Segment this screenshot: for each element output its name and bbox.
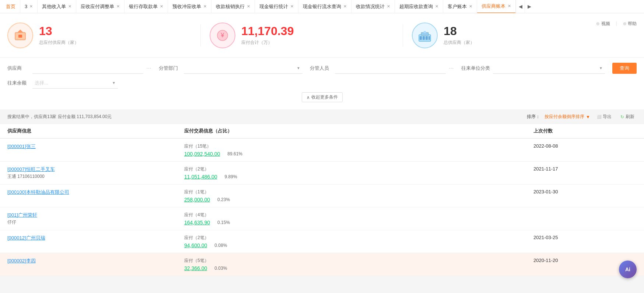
- balance-select[interactable]: 选择... ▼: [32, 77, 118, 89]
- tx-amount-4[interactable]: 164,635.90: [184, 220, 210, 225]
- supplier-label: 供应商: [7, 65, 29, 72]
- header-actions: ⊙ 视频 | ⊙ 帮助: [596, 19, 637, 27]
- supplier-link-5[interactable]: [000012]广州贝瑞: [7, 235, 184, 241]
- table-row: [000002]李四 应付（5笔） 32,366.00 0.03% 2020-1…: [0, 253, 644, 276]
- video-link[interactable]: ⊙ 视频: [596, 21, 610, 27]
- nav-home[interactable]: 首页: [1, 0, 20, 13]
- lastpay-cell-5: 2021-03-25: [533, 235, 637, 240]
- supplier-link-1[interactable]: [000001]张三: [7, 143, 184, 150]
- tab12-close[interactable]: ✕: [508, 4, 511, 8]
- table-row: [001]广州荣轩 仔仔 应付（4笔） 164,635.90 0.15%: [0, 207, 644, 230]
- tx-cell-3: 应付（1笔） 258,000.00 0.23%: [184, 189, 533, 203]
- svg-rect-6: [420, 36, 422, 40]
- balance-arrow-icon: ▼: [112, 81, 116, 85]
- nav-tab-collection[interactable]: 收款核销执行 ✕: [211, 0, 255, 13]
- nav-tab-1[interactable]: 3 ✕: [20, 0, 38, 13]
- tab7-close[interactable]: ✕: [290, 4, 294, 9]
- tab4-close[interactable]: ✕: [160, 4, 163, 9]
- nav-tab-bank[interactable]: 银行存取款单 ✕: [125, 0, 168, 13]
- tab12-label: 供应商账本: [482, 3, 505, 10]
- tab2-close[interactable]: ✕: [68, 4, 71, 9]
- tx-amount-5[interactable]: 94,600.00: [184, 242, 207, 248]
- supplier-link-3[interactable]: [000100]本特勒油品有限公司: [7, 189, 184, 196]
- supplier-link-6[interactable]: [000002]李四: [7, 258, 184, 264]
- collapse-area: ∧ 收起更多条件: [7, 92, 637, 102]
- person-dots[interactable]: ···: [449, 65, 454, 72]
- tx-cell-1: 应付（15笔） 100,092,540.00 89.61%: [184, 143, 533, 157]
- balance-placeholder: 选择...: [35, 80, 48, 86]
- collapse-label: 收起更多条件: [311, 94, 338, 100]
- refresh-button[interactable]: 刷新: [618, 113, 637, 121]
- tx-label-6: 应付（5笔）: [184, 258, 533, 264]
- col-supplier-header: 供应商信息: [7, 128, 184, 134]
- stat-text-2: 11,170.39 应付合计（万）: [241, 25, 294, 45]
- stat-icon-1: [7, 23, 33, 48]
- tx-row-3: 258,000.00 0.23%: [184, 197, 533, 203]
- tab10-label: 超期应收款查询: [399, 3, 433, 10]
- svg-rect-8: [426, 36, 428, 40]
- tx-label-3: 应付（1笔）: [184, 189, 533, 195]
- tx-amount-1[interactable]: 100,092,540.00: [184, 151, 220, 157]
- svg-rect-7: [423, 36, 425, 40]
- svg-marker-1: [17, 30, 23, 32]
- person-input[interactable]: [335, 63, 446, 74]
- sort-select[interactable]: 按应付余额倒序排序 ▼: [545, 114, 590, 120]
- tab10-close[interactable]: ✕: [435, 4, 438, 9]
- tab5-label: 预收冲应收单: [172, 3, 201, 10]
- nav-tab-customer-ledger[interactable]: 客户账本 ✕: [443, 0, 477, 13]
- person-label: 分管人员: [310, 65, 332, 72]
- lastpay-cell-6: 2020-11-20: [533, 258, 637, 263]
- stat1-value: 13: [39, 25, 79, 38]
- filter-row-2: 往来余额 选择... ▼: [7, 77, 637, 89]
- filter-category: 往来单位分类 ▼: [461, 63, 605, 74]
- filter-dept: 分管部门 ▼: [159, 63, 303, 74]
- stat-icon-2: ¥: [210, 23, 235, 48]
- tx-amount-3[interactable]: 258,000.00: [184, 197, 210, 203]
- table-body: [000001]张三 应付（15笔） 100,092,540.00 89.61%…: [0, 139, 644, 276]
- supplier-cell-3: [000100]本特勒油品有限公司: [7, 189, 184, 196]
- nav-tab-overdue[interactable]: 超期应收款查询 ✕: [395, 0, 443, 13]
- tab6-close[interactable]: ✕: [247, 4, 250, 9]
- tab1-close[interactable]: ✕: [29, 4, 33, 9]
- supplier-dots[interactable]: ···: [146, 65, 151, 72]
- tx-amount-6[interactable]: 32,366.00: [184, 265, 207, 271]
- nav-next-arrow[interactable]: ▶: [525, 0, 533, 13]
- divider-1: [200, 24, 201, 46]
- stat-text-3: 18 总供应商（家）: [444, 25, 475, 45]
- supplier-link-4[interactable]: [001]广州荣轩: [7, 212, 184, 218]
- query-button[interactable]: 查询: [612, 63, 637, 74]
- help-link[interactable]: ⊙ 帮助: [623, 21, 637, 27]
- nav-tab-collection-stats[interactable]: 收款情况统计 ✕: [351, 0, 395, 13]
- ai-button[interactable]: Ai: [619, 261, 637, 276]
- table-row: [000007]恒旺二手叉车 王通 17106110000 应付（2笔） 11,…: [0, 162, 644, 185]
- category-arrow-icon: ▼: [599, 66, 603, 70]
- category-select[interactable]: ▼: [493, 63, 605, 74]
- nav-prev-arrow[interactable]: ◀: [516, 0, 525, 13]
- supplier-link-2[interactable]: [000007]恒旺二手叉车: [7, 166, 184, 173]
- filter-person: 分管人员 ···: [310, 63, 454, 74]
- supplier-input[interactable]: [32, 63, 143, 74]
- tab3-label: 应收应付调整单: [81, 3, 114, 10]
- nav-tab-supplier-ledger[interactable]: 供应商账本 ✕: [477, 0, 516, 13]
- stat-block-3: 18 总供应商（家）: [412, 23, 596, 48]
- tab3-close[interactable]: ✕: [116, 4, 120, 9]
- tab8-close[interactable]: ✕: [343, 4, 347, 9]
- tab8-label: 现金银行流水查询: [303, 3, 341, 10]
- tab9-close[interactable]: ✕: [387, 4, 390, 9]
- tx-cell-4: 应付（4笔） 164,635.90 0.15%: [184, 212, 533, 225]
- nav-tab-cash-stats[interactable]: 现金银行统计 ✕: [255, 0, 298, 13]
- nav-tab-other-income[interactable]: 其他收入单 ✕: [38, 0, 76, 13]
- tab11-close[interactable]: ✕: [469, 4, 472, 9]
- collapse-button[interactable]: ∧ 收起更多条件: [302, 92, 343, 102]
- tx-row-4: 164,635.90 0.15%: [184, 220, 533, 225]
- nav-tab-adjustment[interactable]: 应收应付调整单 ✕: [76, 0, 125, 13]
- table-row: [000100]本特勒油品有限公司 应付（1笔） 258,000.00 0.23…: [0, 185, 644, 207]
- tx-row-1: 100,092,540.00 89.61%: [184, 151, 533, 157]
- tx-amount-2[interactable]: 11,051,486.00: [184, 174, 217, 180]
- nav-tab-prepay[interactable]: 预收冲应收单 ✕: [168, 0, 211, 13]
- nav-tab-cash-flow[interactable]: 现金银行流水查询 ✕: [298, 0, 351, 13]
- supplier-cell-6: [000002]李四: [7, 258, 184, 264]
- dept-select[interactable]: ▼: [184, 63, 303, 74]
- export-button[interactable]: 导出: [595, 113, 614, 121]
- tab5-close[interactable]: ✕: [203, 4, 207, 9]
